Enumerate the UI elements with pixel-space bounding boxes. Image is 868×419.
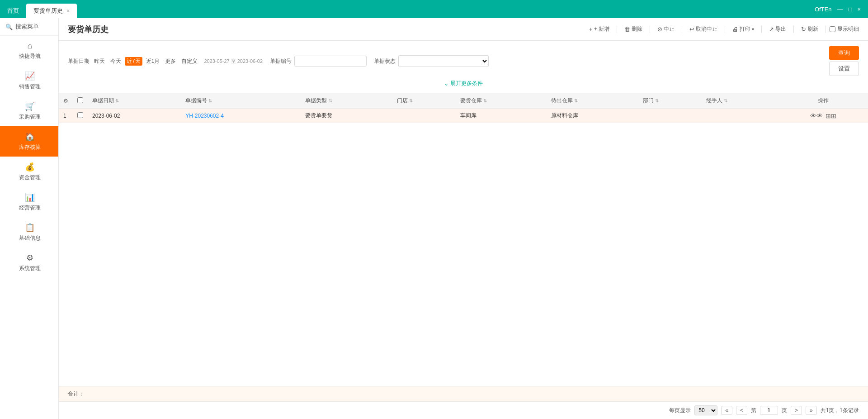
expand-more-label: 展开更多条件	[450, 80, 483, 87]
display-detail-checkbox[interactable]	[830, 26, 835, 32]
delete-button[interactable]: 删除	[621, 24, 646, 35]
sidebar-item-inventory[interactable]: 库存核算	[0, 126, 58, 157]
basic-info-icon	[25, 223, 35, 233]
doc-status-select[interactable]	[398, 55, 489, 67]
td-doc-number[interactable]: YH-20230602-4	[181, 109, 301, 123]
page-size-select[interactable]: 50 100	[694, 405, 717, 415]
th-settings[interactable]	[59, 93, 73, 109]
view-icon[interactable]: 👁	[810, 112, 823, 119]
close-btn[interactable]: ×	[857, 6, 861, 13]
next-page-btn[interactable]: >	[791, 406, 802, 415]
detail-icon[interactable]: ⊞	[826, 112, 836, 119]
sidebar-item-label: 基础信息	[19, 234, 41, 242]
page-label2: 页	[782, 407, 787, 414]
th-handler[interactable]: 经手人 ⇅	[702, 93, 779, 109]
divider	[650, 26, 650, 33]
last-page-btn[interactable]: »	[806, 406, 817, 415]
stop-button[interactable]: 中止	[654, 24, 678, 35]
sidebar-item-label: 系统管理	[19, 265, 41, 272]
tab-home[interactable]: 首页	[0, 4, 26, 18]
doc-number-link[interactable]: YH-20230602-4	[185, 113, 224, 119]
brand-label: OfTEn	[815, 6, 832, 13]
summary-label: 合计：	[68, 390, 84, 397]
minimize-btn[interactable]: —	[837, 6, 843, 13]
date-shortcut-7days[interactable]: 近7天	[125, 57, 142, 66]
sidebar-item-finance[interactable]: 资金管理	[0, 157, 58, 187]
sidebar-item-operations[interactable]: 经营管理	[0, 187, 58, 217]
header-actions: + 新增 删除 中止 取消中止	[585, 24, 859, 35]
current-page-input[interactable]	[760, 406, 778, 415]
td-checkbox[interactable]	[73, 109, 88, 123]
doc-number-label: 单据编号	[270, 57, 292, 65]
search-menu-icon	[5, 24, 13, 30]
th-store[interactable]: 门店 ⇅	[392, 93, 456, 109]
export-icon	[769, 26, 774, 33]
date-range-display: 2023-05-27 至 2023-06-02	[204, 58, 263, 65]
per-page-label: 每页显示	[669, 407, 691, 414]
sidebar-item-label: 经营管理	[19, 204, 41, 212]
date-shortcut-1month[interactable]: 近1月	[144, 57, 162, 66]
delete-icon	[624, 26, 630, 33]
prev-page-btn[interactable]: <	[736, 406, 747, 415]
sidebar-item-system[interactable]: 系统管理	[0, 248, 58, 278]
first-page-btn[interactable]: «	[721, 406, 732, 415]
date-shortcut-today[interactable]: 今天	[108, 57, 123, 66]
divider	[617, 26, 617, 33]
sort-icon: ⇅	[655, 98, 659, 103]
filter-buttons: 查询 设置	[829, 46, 859, 76]
sidebar-item-sales[interactable]: 销售管理	[0, 66, 58, 96]
new-button[interactable]: + 新增	[585, 24, 613, 35]
select-all-checkbox[interactable]	[77, 97, 83, 103]
th-doc-date[interactable]: 单据日期 ⇅	[88, 93, 181, 109]
main-layout: 搜索菜单 快捷导航 销售管理 采购管理 库存核算 资金管理 经营管理 基础信息	[0, 18, 868, 419]
doc-number-input[interactable]	[294, 56, 367, 67]
expand-more[interactable]: ⌄ 展开更多条件	[68, 80, 859, 87]
row-operations: 👁 ⊞	[783, 112, 863, 119]
divider	[793, 26, 794, 33]
print-dropdown-icon[interactable]: ▾	[752, 27, 754, 32]
th-pending-warehouse[interactable]: 待出仓库 ⇅	[547, 93, 638, 109]
divider	[725, 26, 725, 33]
doc-number-filter-group: 单据编号	[270, 56, 367, 67]
search-menu-item[interactable]: 搜索菜单	[0, 18, 58, 36]
tab-requisition-history[interactable]: 要货单历史 ×	[26, 4, 77, 18]
sidebar-item-label: 采购管理	[19, 113, 41, 121]
th-department[interactable]: 部门 ⇅	[638, 93, 702, 109]
plus-icon	[589, 26, 593, 33]
th-req-warehouse[interactable]: 要货仓库 ⇅	[456, 93, 547, 109]
td-num: 1	[59, 109, 73, 123]
maximize-btn[interactable]: □	[849, 6, 852, 13]
query-button[interactable]: 查询	[829, 46, 859, 60]
sidebar-item-label: 库存核算	[19, 143, 41, 151]
th-doc-number[interactable]: 单据编号 ⇅	[181, 93, 301, 109]
sidebar: 搜索菜单 快捷导航 销售管理 采购管理 库存核算 资金管理 经营管理 基础信息	[0, 18, 59, 419]
sort-icon: ⇅	[483, 98, 487, 103]
sidebar-item-label: 资金管理	[19, 174, 41, 181]
table-header-row: 单据日期 ⇅ 单据编号 ⇅ 单据类型 ⇅ 门店	[59, 93, 868, 109]
date-filter-label: 单据日期	[68, 57, 90, 65]
system-icon	[26, 253, 33, 263]
cancel-stop-button[interactable]: 取消中止	[686, 24, 721, 35]
date-shortcut-more[interactable]: 更多	[163, 57, 178, 66]
top-bar: 首页 要货单历史 × OfTEn — □ ×	[0, 0, 868, 18]
operations-icon	[25, 192, 35, 202]
table-row[interactable]: 1 2023-06-02 YH-20230602-4 要货单要货 车间库 原材料…	[59, 109, 868, 123]
th-checkbox[interactable]	[73, 93, 88, 109]
setting-button[interactable]: 设置	[829, 62, 859, 76]
print-button[interactable]: 打印 ▾	[729, 24, 758, 35]
tab-close-icon[interactable]: ×	[66, 8, 70, 14]
export-button[interactable]: 导出	[765, 24, 790, 35]
date-shortcut-custom[interactable]: 自定义	[179, 57, 199, 66]
content-area: 要货单历史 + 新增 删除 中止 取消	[59, 18, 868, 419]
date-shortcut-yesterday[interactable]: 昨天	[92, 57, 107, 66]
sidebar-item-purchase[interactable]: 采购管理	[0, 96, 58, 126]
sidebar-item-basic-info[interactable]: 基础信息	[0, 217, 58, 248]
sidebar-item-home[interactable]: 快捷导航	[0, 36, 58, 66]
sort-icon: ⇅	[115, 98, 119, 103]
settings-icon[interactable]	[63, 98, 68, 104]
row-checkbox[interactable]	[77, 112, 83, 118]
th-doc-type[interactable]: 单据类型 ⇅	[301, 93, 392, 109]
refresh-button[interactable]: 刷新	[797, 24, 822, 35]
display-detail-toggle[interactable]: 显示明细	[830, 25, 859, 33]
sidebar-item-label: 销售管理	[19, 83, 41, 90]
